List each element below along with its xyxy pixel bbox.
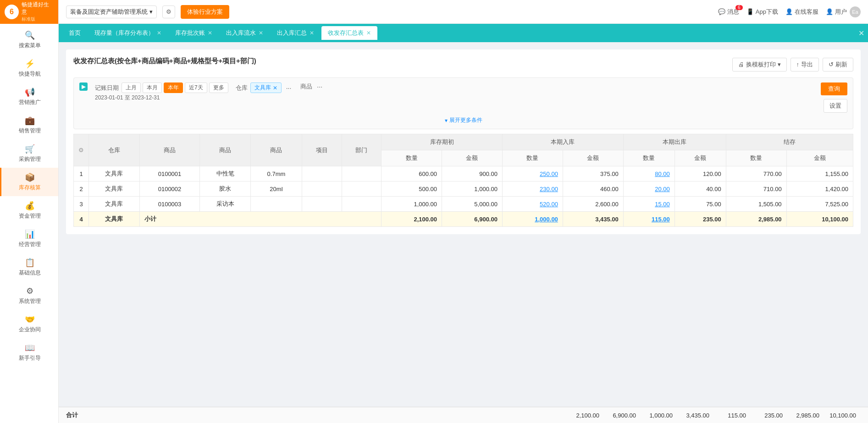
query-button[interactable]: 查询 xyxy=(821,82,847,95)
th-goods-spec: 商品 xyxy=(251,134,302,166)
sidebar-item-6[interactable]: 💰资金管理 xyxy=(0,196,58,225)
sidebar-icon-1: ⚡ xyxy=(25,59,35,69)
online-service-button[interactable]: 👤 在线客服 xyxy=(785,8,818,16)
tab-2[interactable]: 库存批次账✕ xyxy=(169,26,219,40)
system-dropdown[interactable]: 装备及固定资产辅助管理系统 ▾ xyxy=(66,5,157,18)
cell-department xyxy=(342,197,381,212)
sidebar-item-11[interactable]: 📖新手引导 xyxy=(0,338,58,367)
cell-opening-amt: 1,000.00 xyxy=(442,181,503,197)
tab-close-5[interactable]: ✕ xyxy=(366,30,371,36)
total-in-qty: 1,000.00 xyxy=(641,412,677,419)
cell-opening-qty: 500.00 xyxy=(381,181,442,197)
sidebar-item-1[interactable]: ⚡快捷导航 xyxy=(0,54,58,82)
cell-out-qty[interactable]: 20.00 xyxy=(623,181,674,197)
th-out-group: 本期出库 xyxy=(623,134,726,150)
sidebar-item-9[interactable]: ⚙系统管理 xyxy=(0,281,58,310)
cell-in-amt: 2,600.00 xyxy=(563,197,623,212)
total-opening-qty: 2,100.00 xyxy=(567,412,604,419)
date-btn-本月[interactable]: 本月 xyxy=(143,82,162,93)
cell-in-qty[interactable]: 230.00 xyxy=(502,181,563,197)
tab-4[interactable]: 出入库汇总✕ xyxy=(271,26,321,40)
page-title: 收发存汇总表(按仓库+商品编码+商品+规格型号+项目+部门) xyxy=(73,57,256,66)
tab-1[interactable]: 现存量（库存分布表）✕ xyxy=(88,26,168,40)
tab-5[interactable]: 收发存汇总表✕ xyxy=(321,26,377,40)
tab-3[interactable]: 出入库流水✕ xyxy=(220,26,270,40)
subtotal-no: 4 xyxy=(74,212,89,227)
total-label: 合计 xyxy=(66,411,158,419)
settings-button[interactable]: ⚙ xyxy=(162,5,175,18)
filter-settings-button[interactable]: 设置 xyxy=(824,99,847,113)
messages-button[interactable]: 💬 消息 6 xyxy=(718,8,739,16)
tab-0[interactable]: 首页 xyxy=(62,26,87,40)
total-opening-amt: 6,900.00 xyxy=(604,412,641,419)
warehouse-label: 仓库 xyxy=(236,84,248,92)
cell-out-qty[interactable]: 15.00 xyxy=(623,197,674,212)
sidebar-item-5[interactable]: 📦库存核算 xyxy=(0,168,58,196)
subtotal-opening-qty: 2,100.00 xyxy=(381,212,442,227)
cell-goods-code: 0100002 xyxy=(139,181,200,197)
filter-toggle[interactable]: ▶ xyxy=(79,82,88,91)
cell-project xyxy=(302,166,342,181)
cell-out-qty[interactable]: 80.00 xyxy=(623,166,674,181)
tab-close-4[interactable]: ✕ xyxy=(310,30,314,36)
warehouse-tag-close[interactable]: ✕ xyxy=(273,85,277,91)
sidebar-item-8[interactable]: 📋基础信息 xyxy=(0,253,58,281)
date-btn-本年[interactable]: 本年 xyxy=(164,82,183,93)
sidebar-label-1: 快捷导航 xyxy=(19,70,41,78)
sidebar-item-0[interactable]: 🔍搜索菜单 xyxy=(0,26,58,54)
sidebar-item-7[interactable]: 📊经营管理 xyxy=(0,225,58,253)
cell-in-amt: 375.00 xyxy=(563,166,623,181)
goods-label: 商品 xyxy=(300,82,312,91)
sidebar-label-0: 搜索菜单 xyxy=(19,42,41,49)
cell-balance-amt: 1,420.00 xyxy=(786,181,853,197)
cell-opening-qty: 1,000.00 xyxy=(381,197,442,212)
cell-no: 2 xyxy=(74,181,89,197)
expand-more-button[interactable]: ▾ 展开更多条件 xyxy=(445,116,482,124)
sidebar-label-9: 系统管理 xyxy=(19,297,41,305)
tab-close-3[interactable]: ✕ xyxy=(259,30,263,36)
th-opening-qty: 数量 xyxy=(381,150,442,166)
th-warehouse: 仓库 xyxy=(89,134,140,166)
sidebar-item-4[interactable]: 🛒采购管理 xyxy=(0,139,58,168)
date-btn-更多[interactable]: 更多 xyxy=(209,82,228,93)
print-button[interactable]: 🖨 换模板打印 ▾ xyxy=(732,58,787,71)
date-btn-上月[interactable]: 上月 xyxy=(122,82,141,93)
sidebar-label-3: 销售管理 xyxy=(19,127,41,135)
tab-close-1[interactable]: ✕ xyxy=(157,30,161,36)
app-download-button[interactable]: 📱 App下载 xyxy=(746,8,778,16)
export-button[interactable]: ↑ 导出 xyxy=(791,58,819,71)
cell-in-qty[interactable]: 250.00 xyxy=(502,166,563,181)
col-settings-icon[interactable]: ⚙ xyxy=(78,147,84,154)
sidebar-icon-2: 📢 xyxy=(25,87,35,97)
cell-opening-amt: 900.00 xyxy=(442,166,503,181)
sidebar-item-3[interactable]: 💼销售管理 xyxy=(0,111,58,139)
cell-goods-name: 中性笔 xyxy=(200,166,251,181)
subtotal-out-qty[interactable]: 115.00 xyxy=(623,212,674,227)
tab-close-2[interactable]: ✕ xyxy=(208,30,212,36)
date-buttons: 上月本月本年近7天更多 xyxy=(122,82,228,93)
col-settings-header[interactable]: ⚙ xyxy=(74,134,89,166)
sidebar-item-2[interactable]: 📢营销推广 xyxy=(0,82,58,111)
tab-bar-close-all[interactable]: ✕ xyxy=(858,29,864,38)
th-balance-amt: 金额 xyxy=(786,150,853,166)
sidebar-nav: 🔍搜索菜单⚡快捷导航📢营销推广💼销售管理🛒采购管理📦库存核算💰资金管理📊经营管理… xyxy=(0,24,58,423)
cell-in-qty[interactable]: 520.00 xyxy=(502,197,563,212)
bottom-total-bar: 合计 2,100.00 6,900.00 1,000.00 3,435.00 1… xyxy=(59,407,868,423)
experience-button[interactable]: 体验行业方案 xyxy=(181,5,229,19)
subtotal-in-qty[interactable]: 1,000.00 xyxy=(502,212,563,227)
cell-goods-spec: 20ml xyxy=(251,181,302,197)
cell-project xyxy=(302,181,342,197)
user-button[interactable]: 👤 用户 Ea xyxy=(826,6,861,17)
sidebar-item-10[interactable]: 🤝企业协同 xyxy=(0,310,58,338)
subtotal-out-amt: 235.00 xyxy=(674,212,726,227)
sidebar-icon-10: 🤝 xyxy=(25,314,35,324)
goods-more[interactable]: ··· xyxy=(315,83,324,90)
refresh-button[interactable]: ↺ 刷新 xyxy=(823,58,853,71)
date-btn-近7天[interactable]: 近7天 xyxy=(185,82,207,93)
cell-out-amt: 75.00 xyxy=(674,197,726,212)
logo-text: 畅捷通好生意 标准版 xyxy=(22,1,54,22)
warehouse-more[interactable]: ··· xyxy=(284,84,293,92)
cell-opening-qty: 600.00 xyxy=(381,166,442,181)
cell-department xyxy=(342,166,381,181)
export-icon: ↑ xyxy=(796,61,800,68)
